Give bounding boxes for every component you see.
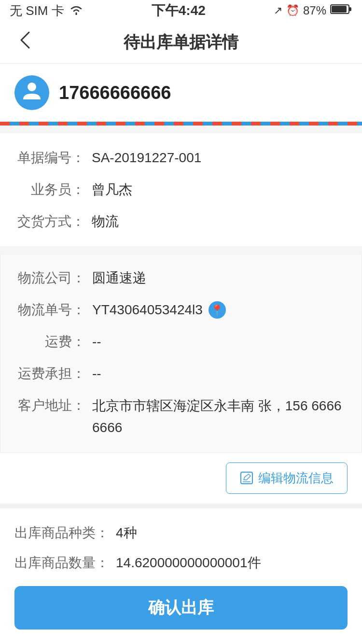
status-left: 无 SIM 卡 [10,2,84,19]
tracking-number-row: 物流单号： YT43064053424l3 [15,300,347,320]
tracking-number-value: YT43064053424l3 [92,300,347,320]
customer-header: 17666666666 [0,64,362,122]
freight-bearer-row: 运费承担： -- [15,364,347,384]
wifi-icon [69,3,84,18]
goods-summary-section: 出库商品种类： 4种 出库商品数量： 14.620000000000001件 [0,508,362,588]
goods-quantity-row: 出库商品数量： 14.620000000000001件 [14,553,348,573]
delivery-value: 物流 [92,211,348,232]
address-label: 客户地址： [15,395,92,416]
freight-bearer-value: -- [92,364,347,384]
battery-icon [330,3,352,18]
alarm-icon: ⏰ [286,4,299,17]
avatar [14,75,49,110]
goods-types-row: 出库商品种类： 4种 [14,523,348,543]
location-status-icon: ↗ [274,4,282,17]
goods-types-label: 出库商品种类： [14,523,116,543]
svg-rect-1 [349,7,351,11]
edit-icon [240,471,253,485]
freight-value: -- [92,332,347,352]
logistics-company-row: 物流公司： 圆通速递 [15,268,347,288]
nav-bar: 待出库单据详情 [0,21,362,64]
order-info-section: 单据编号： SA-20191227-001 业务员： 曾凡杰 交货方式： 物流 [0,133,362,246]
status-right: ↗ ⏰ 87% [274,3,352,18]
person-icon [21,80,42,106]
salesman-row: 业务员： 曾凡杰 [14,180,348,200]
page-title: 待出库单据详情 [124,31,238,54]
order-number-label: 单据编号： [14,148,92,168]
track-location-icon[interactable] [209,301,226,319]
salesman-value: 曾凡杰 [92,180,348,200]
edit-logistics-label: 编辑物流信息 [258,470,334,487]
address-value: 北京市市辖区海淀区永丰南 张，156 6666 6666 [92,395,347,439]
goods-quantity-value: 14.620000000000001件 [116,553,348,573]
section-divider [0,504,362,508]
confirm-button[interactable]: 确认出库 [14,586,348,630]
carrier-label: 无 SIM 卡 [10,2,64,19]
order-number-value: SA-20191227-001 [92,148,348,168]
goods-types-value: 4种 [116,523,348,543]
logistics-company-value: 圆通速递 [92,268,347,288]
edit-logistics-button[interactable]: 编辑物流信息 [226,462,348,494]
status-time: 下午4:42 [152,1,206,20]
freight-bearer-label: 运费承担： [15,364,92,384]
battery-label: 87% [303,4,326,17]
dashed-divider [0,122,362,126]
svg-point-3 [28,83,36,91]
order-number-row: 单据编号： SA-20191227-001 [14,148,348,168]
back-button[interactable] [14,26,36,59]
delivery-label: 交货方式： [14,211,92,232]
goods-quantity-label: 出库商品数量： [14,553,116,573]
confirm-button-label: 确认出库 [148,597,214,619]
logistics-section: 物流公司： 圆通速递 物流单号： YT43064053424l3 运费： -- … [0,254,362,453]
address-row: 客户地址： 北京市市辖区海淀区永丰南 张，156 6666 6666 [15,395,347,439]
freight-row: 运费： -- [15,332,347,352]
status-bar: 无 SIM 卡 下午4:42 ↗ ⏰ 87% [0,0,362,21]
delivery-row: 交货方式： 物流 [14,211,348,232]
salesman-label: 业务员： [14,180,92,200]
freight-label: 运费： [15,332,92,352]
confirm-button-wrap: 确认出库 [0,576,362,644]
tracking-number-label: 物流单号： [15,300,92,320]
edit-logistics-area: 编辑物流信息 [0,453,362,504]
svg-rect-2 [332,6,347,13]
customer-phone: 17666666666 [59,83,171,103]
logistics-company-label: 物流公司： [15,268,92,288]
